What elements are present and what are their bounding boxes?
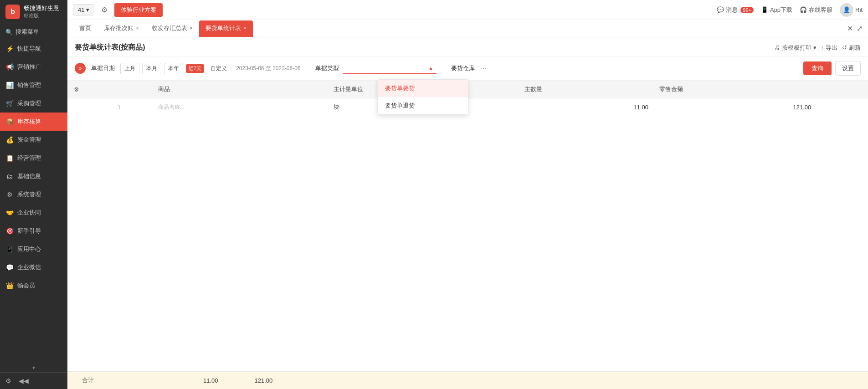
nav-label-vip: 畅会员 <box>17 282 35 290</box>
sidebar-item-finance[interactable]: 💰资金管理 <box>0 131 67 149</box>
tabs-container: 首页库存批次账 ×收发存汇总表 ×要货单统计表 × <box>73 20 847 37</box>
custom-date-btn[interactable]: 自定义 <box>207 63 231 74</box>
nav-icon-sales: 📊 <box>5 82 14 89</box>
tab-summary[interactable]: 收发存汇总表 × <box>145 20 199 37</box>
recent-7days-btn[interactable]: 近7天 <box>186 64 204 73</box>
nav-label-guide: 新手引导 <box>17 227 41 235</box>
nav-label-base: 基础信息 <box>17 172 41 180</box>
filter-type-section: 单据类型 ▲ <box>315 63 437 74</box>
nav-icon-operation: 📋 <box>5 154 14 162</box>
nav-label-sales: 销售管理 <box>17 81 41 89</box>
dropdown-item-requisition[interactable]: 要货单要货 <box>378 80 468 97</box>
cell-index: 1 <box>86 98 153 116</box>
nav-icon-system: ⚙ <box>5 191 14 198</box>
user-profile[interactable]: 👤 Rit <box>840 3 863 17</box>
page-content: 要货单统计表(按商品) 🖨 按模板打印 ▾ ↑ 导出 ↺ 刷新 <box>67 37 868 389</box>
sidebar-item-inventory[interactable]: 📦库存核算 <box>0 113 67 131</box>
footer-amount: 121.00 <box>255 377 273 384</box>
nav-label-quick: 快捷导航 <box>17 45 41 53</box>
filter-bar: » 单据日期 上月 本月 本年 近7天 自定义 2023-05-06 至 202… <box>67 56 868 81</box>
tab-batch[interactable]: 库存批次账 × <box>98 20 145 37</box>
topbar-right: 💬 消息 99+ 📱 App下载 🎧 在线客服 👤 Rit <box>717 3 863 17</box>
logo-text: 畅捷通好生意 标准版 <box>24 5 59 19</box>
cell-qty: 11.00 <box>519 98 654 116</box>
settings-icon[interactable]: ⚙ <box>5 377 11 384</box>
sidebar-scroll-btn[interactable]: ▼ <box>0 363 67 372</box>
trial-btn[interactable]: 体验行业方案 <box>114 3 163 17</box>
chevron-down-icon: ▾ <box>86 6 89 13</box>
sidebar-item-operation[interactable]: 📋经营管理 <box>0 149 67 167</box>
date-label: 单据日期 <box>91 64 115 72</box>
prev-month-btn[interactable]: 上月 <box>120 63 139 74</box>
type-input-wrap: ▲ <box>343 63 437 74</box>
col-settings[interactable]: ⚙ <box>67 81 86 98</box>
topbar-left: 41 ▾ ⚙ 体验行业方案 <box>73 3 712 17</box>
tab-close-order_stat[interactable]: × <box>243 25 247 31</box>
type-chevron-up-icon[interactable]: ▲ <box>428 65 434 72</box>
topbar: 41 ▾ ⚙ 体验行业方案 💬 消息 99+ 📱 App下载 🎧 在线客服 👤 <box>67 0 868 20</box>
table-settings-btn[interactable]: 设置 <box>835 61 861 76</box>
nav-label-wechat: 企业微信 <box>17 263 41 271</box>
app-download-btn[interactable]: 📱 App下载 <box>761 6 792 14</box>
query-btn[interactable]: 查询 <box>803 61 832 75</box>
col-index <box>86 81 153 98</box>
collapse-icon[interactable]: ◀◀ <box>19 377 29 384</box>
nav-icon-corp: 🤝 <box>5 209 14 216</box>
sidebar-item-marketing[interactable]: 📢营销推广 <box>0 58 67 76</box>
service-btn[interactable]: 🎧 在线客服 <box>800 6 832 14</box>
print-btn[interactable]: 🖨 按模板打印 ▾ <box>774 44 817 52</box>
tab-order_stat[interactable]: 要货单统计表 × <box>199 20 253 37</box>
sidebar-item-vip[interactable]: 👑畅会员 <box>0 276 67 295</box>
nav-icon-guide: 🎯 <box>5 227 14 235</box>
sidebar: b 畅捷通好生意 标准版 🔍 搜索菜单 ⚡快捷导航📢营销推广📊销售管理🛒采购管理… <box>0 0 67 389</box>
tab-label-home: 首页 <box>79 24 91 32</box>
tab-close-summary[interactable]: × <box>190 25 193 31</box>
sidebar-bottom: ⚙ ◀◀ <box>0 372 67 389</box>
tab-label-batch: 库存批次账 <box>104 24 134 32</box>
date-range-text: 2023-05-06 至 2023-06-06 <box>236 65 300 72</box>
dropdown-item-return[interactable]: 要货单退货 <box>378 97 468 114</box>
nav-label-apps: 应用中心 <box>17 245 41 253</box>
sidebar-item-corp[interactable]: 🤝企业协同 <box>0 204 67 222</box>
sidebar-item-base[interactable]: 🗂基础信息 <box>0 167 67 185</box>
sidebar-item-sales[interactable]: 📊销售管理 <box>0 76 67 94</box>
nav-label-marketing: 营销推广 <box>17 63 41 71</box>
this-year-btn[interactable]: 本年 <box>164 63 183 74</box>
tab-label-order_stat: 要货单统计表 <box>205 24 241 32</box>
search-icon: 🔍 <box>5 29 13 36</box>
nav-label-operation: 经营管理 <box>17 154 41 162</box>
page-title: 要货单统计表(按商品) <box>75 43 145 52</box>
footer-qty: 11.00 <box>203 377 218 384</box>
expand-icon: » <box>79 65 82 72</box>
close-all-tabs-btn[interactable]: ✕ <box>847 24 853 33</box>
tab-home[interactable]: 首页 <box>73 20 98 37</box>
sidebar-item-system[interactable]: ⚙系统管理 <box>0 185 67 204</box>
expand-btn[interactable]: ⤢ <box>857 24 863 33</box>
app-icon: 📱 <box>761 6 768 13</box>
filter-expand-btn[interactable]: » <box>75 63 86 74</box>
sidebar-item-quick[interactable]: ⚡快捷导航 <box>0 40 67 58</box>
sidebar-item-apps[interactable]: 📱应用中心 <box>0 240 67 258</box>
refresh-icon: ↺ <box>842 44 847 51</box>
sidebar-search[interactable]: 🔍 搜索菜单 <box>0 24 67 40</box>
topbar-gear-btn[interactable]: ⚙ <box>98 4 111 16</box>
tab-close-batch[interactable]: × <box>136 25 139 31</box>
filter-more-btn[interactable]: ··· <box>480 64 487 73</box>
nav-label-finance: 资金管理 <box>17 136 41 144</box>
type-input[interactable] <box>343 63 437 74</box>
message-icon: 💬 <box>717 6 724 13</box>
main-content: 41 ▾ ⚙ 体验行业方案 💬 消息 99+ 📱 App下载 🎧 在线客服 👤 <box>67 0 868 389</box>
nav-icon-base: 🗂 <box>5 173 14 180</box>
nav-label-system: 系统管理 <box>17 190 41 199</box>
cell-amount: 121.00 <box>654 98 817 116</box>
sidebar-item-purchase[interactable]: 🛒采购管理 <box>0 94 67 113</box>
sidebar-item-wechat[interactable]: 💬企业微信 <box>0 258 67 276</box>
refresh-btn[interactable]: ↺ 刷新 <box>842 44 861 52</box>
sidebar-item-guide[interactable]: 🎯新手引导 <box>0 222 67 240</box>
store-selector[interactable]: 41 ▾ <box>73 4 94 15</box>
export-btn[interactable]: ↑ 导出 <box>821 44 838 52</box>
this-month-btn[interactable]: 本月 <box>142 63 161 74</box>
message-btn[interactable]: 💬 消息 99+ <box>717 6 754 14</box>
print-chevron-icon: ▾ <box>813 44 817 51</box>
page-header: 要货单统计表(按商品) 🖨 按模板打印 ▾ ↑ 导出 ↺ 刷新 <box>67 37 868 56</box>
